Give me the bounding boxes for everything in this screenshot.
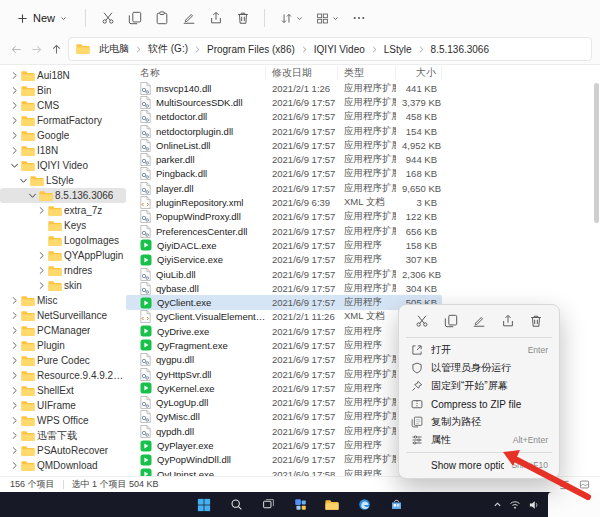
- chevron-right-icon[interactable]: [9, 386, 19, 395]
- file-row[interactable]: PopupWindProxy.dll2021/6/9 17:57应用程序扩展12…: [126, 210, 442, 224]
- more-toolbar-button[interactable]: [346, 6, 371, 30]
- chevron-right-icon[interactable]: [36, 266, 46, 275]
- menu-item[interactable]: 打开Enter: [403, 341, 555, 359]
- tray-chevup-icon[interactable]: [493, 500, 502, 509]
- sidebar-item[interactable]: UIFrame: [0, 398, 126, 413]
- file-row[interactable]: netdoctorplugin.dll2021/6/9 17:57应用程序扩展1…: [126, 124, 442, 138]
- tray-vol-icon[interactable]: [528, 499, 540, 511]
- chevron-right-icon[interactable]: [9, 311, 19, 320]
- cut-button[interactable]: [95, 6, 120, 30]
- chevron-right-icon[interactable]: [9, 116, 19, 125]
- file-row[interactable]: qygpu.dll2021/6/9 17:57应用程序扩展51 KB: [126, 353, 442, 367]
- chevron-down-icon[interactable]: [18, 176, 28, 185]
- file-row[interactable]: QyMisc.dll2021/6/9 17:57应用程序扩展860 KB: [126, 410, 442, 424]
- file-row[interactable]: QyPopWindDll.dll2021/6/9 17:57应用程序扩展648 …: [126, 453, 442, 467]
- breadcrumb-item[interactable]: 此电脑: [95, 41, 133, 57]
- forward-button[interactable]: [28, 40, 44, 58]
- share-quick-button[interactable]: [497, 311, 519, 331]
- sidebar-item[interactable]: rndres: [0, 263, 126, 278]
- breadcrumb-item[interactable]: LStyle: [380, 43, 416, 56]
- chevron-down-icon[interactable]: [27, 191, 37, 200]
- column-header-type[interactable]: 类型: [338, 66, 396, 80]
- scrollbar[interactable]: [594, 81, 599, 477]
- file-row[interactable]: MultiSourcesSDK.dll2021/6/9 17:57应用程序扩展3…: [126, 95, 442, 109]
- chevron-right-icon[interactable]: [9, 356, 19, 365]
- file-row[interactable]: netdoctor.dll2021/6/9 17:57应用程序扩展458 KB: [126, 110, 442, 124]
- file-row[interactable]: QiuLib.dll2021/6/9 17:57应用程序扩展2,306 KB: [126, 267, 442, 281]
- file-row[interactable]: player.dll2021/6/9 17:57应用程序扩展9,650 KB: [126, 181, 442, 195]
- file-row[interactable]: QyKernel.exe2021/6/9 17:57应用程序408 KB: [126, 381, 442, 395]
- sidebar-item[interactable]: Google: [0, 128, 126, 143]
- share-button[interactable]: [203, 6, 228, 30]
- file-row[interactable]: QyDrive.exe2021/6/9 17:57应用程序263 KB: [126, 324, 442, 338]
- chevron-right-icon[interactable]: [36, 251, 46, 260]
- cut-quick-button[interactable]: [411, 311, 433, 331]
- taskbar-taskview-icon[interactable]: [257, 494, 279, 516]
- file-row[interactable]: QyHttpSvr.dll2021/6/9 17:57应用程序扩展51 KB: [126, 367, 442, 381]
- file-row[interactable]: parker.dll2021/6/9 17:57应用程序扩展944 KB: [126, 152, 442, 166]
- column-header-size[interactable]: 大小: [396, 66, 442, 80]
- sidebar-item[interactable]: Keys: [0, 218, 126, 233]
- view-button[interactable]: [310, 6, 344, 30]
- column-header-date[interactable]: 修改日期: [266, 66, 338, 80]
- chevron-right-icon[interactable]: [9, 431, 19, 440]
- copy-button[interactable]: [122, 6, 147, 30]
- sidebar-item[interactable]: WPS Office: [0, 413, 126, 428]
- taskbar-edge-icon[interactable]: [353, 494, 375, 516]
- chevron-right-icon[interactable]: [9, 326, 19, 335]
- sidebar-item[interactable]: NetSurveillance: [0, 308, 126, 323]
- sidebar-item[interactable]: ShellExt: [0, 383, 126, 398]
- sidebar-item[interactable]: PCManager: [0, 323, 126, 338]
- menu-item[interactable]: Compress to ZIP file: [403, 395, 555, 413]
- sidebar-item[interactable]: LogoImages: [0, 233, 126, 248]
- chevron-right-icon[interactable]: [9, 416, 19, 425]
- sidebar-item[interactable]: I18N: [0, 143, 126, 158]
- menu-item[interactable]: 以管理员身份运行: [403, 359, 555, 377]
- new-button[interactable]: New: [8, 8, 76, 28]
- sidebar-item[interactable]: QYAppPlugin: [0, 248, 126, 263]
- menu-item[interactable]: 固定到“开始”屏幕: [403, 377, 555, 395]
- paste-button[interactable]: [149, 6, 174, 30]
- taskbar-widgets-icon[interactable]: [289, 494, 311, 516]
- file-row[interactable]: pluginRepository.xml2021/6/9 6:39XML 文档3…: [126, 195, 442, 209]
- sidebar-item[interactable]: Resource.9.4.9.27847: [0, 368, 126, 383]
- chevron-right-icon[interactable]: [9, 446, 19, 455]
- menu-item[interactable]: Show more optionsShift+F10: [403, 456, 555, 474]
- chevron-right-icon[interactable]: [9, 401, 19, 410]
- file-row[interactable]: QyLogUp.dll2021/6/9 17:57应用程序扩展76 KB: [126, 396, 442, 410]
- breadcrumb-item[interactable]: Program Files (x86): [203, 43, 299, 56]
- chevron-right-icon[interactable]: [36, 206, 46, 215]
- delete-button[interactable]: [230, 6, 255, 30]
- chevron-right-icon[interactable]: [9, 371, 19, 380]
- chevron-right-icon[interactable]: [9, 71, 19, 80]
- file-row[interactable]: QyClient.VisualElementsManifest.xml2021/…: [126, 310, 442, 324]
- chevron-down-icon[interactable]: [9, 161, 19, 170]
- sidebar-item[interactable]: Aui18N: [0, 68, 126, 83]
- breadcrumb-item[interactable]: 软件 (G:): [144, 41, 192, 57]
- sidebar-item[interactable]: IQIYI Video: [0, 158, 126, 173]
- file-row[interactable]: qybase.dll2021/6/9 17:57应用程序扩展304 KB: [126, 281, 442, 295]
- column-header-name[interactable]: 名称: [126, 66, 266, 80]
- details-view-toggle[interactable]: [559, 479, 570, 490]
- taskbar-store-icon[interactable]: [385, 494, 407, 516]
- rename-button[interactable]: [176, 6, 201, 30]
- breadcrumb-item[interactable]: IQIYI Video: [310, 43, 369, 56]
- file-row[interactable]: PreferencesCenter.dll2021/6/9 17:57应用程序扩…: [126, 224, 442, 238]
- chevron-right-icon[interactable]: [9, 86, 19, 95]
- chevron-right-icon[interactable]: [9, 461, 19, 470]
- chevron-right-icon[interactable]: [9, 101, 19, 110]
- trash-quick-button[interactable]: [525, 311, 547, 331]
- sidebar-item[interactable]: extra_7z: [0, 203, 126, 218]
- large-icons-view-toggle[interactable]: [579, 479, 590, 490]
- taskbar-search-icon[interactable]: [225, 494, 247, 516]
- chevron-right-icon[interactable]: [9, 341, 19, 350]
- chevron-right-icon[interactable]: [9, 296, 19, 305]
- sidebar-item[interactable]: PSAutoRecover: [0, 443, 126, 458]
- copy-quick-button[interactable]: [440, 311, 462, 331]
- sidebar-item[interactable]: QMDownload: [0, 458, 126, 473]
- menu-item[interactable]: 属性Alt+Enter: [403, 431, 555, 449]
- sidebar-item[interactable]: Misc: [0, 293, 126, 308]
- file-row[interactable]: qypdh.dll2021/6/9 17:57应用程序扩展1,580 KB: [126, 424, 442, 438]
- sidebar-item[interactable]: Pure Codec: [0, 353, 126, 368]
- file-row[interactable]: QyFragment.exe2021/6/9 17:57应用程序498 KB: [126, 338, 442, 352]
